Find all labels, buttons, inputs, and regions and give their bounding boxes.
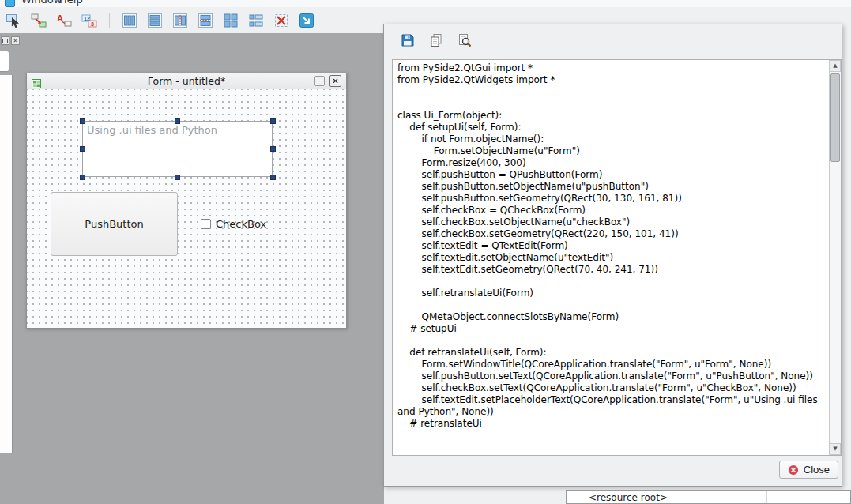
edit-signals-slots-button[interactable]: [28, 10, 49, 31]
selection-handle-bottom-left[interactable]: [80, 175, 85, 180]
form-close-button[interactable]: ✕: [329, 75, 341, 87]
layout-grid-icon: [222, 12, 239, 29]
app-menu-icon[interactable]: [5, 0, 15, 7]
form-window: Form - untitled* - ✕ Using .ui files and…: [26, 73, 347, 329]
close-button[interactable]: Close: [779, 461, 838, 479]
dock-float-button[interactable]: [1, 36, 9, 45]
float-icon: [2, 39, 8, 43]
widgetbox-filter-input[interactable]: [0, 51, 9, 72]
checkbox-label: CheckBox: [216, 218, 266, 230]
edit-widgets-icon: [5, 12, 22, 29]
edit-tab-order-button[interactable]: 123: [79, 10, 100, 31]
layout-splitter-vertical-button[interactable]: [195, 10, 216, 31]
mdi-workspace: ✕ Form - untitled* - ✕ Using .ui files a…: [0, 33, 384, 504]
svg-text:3: 3: [91, 21, 94, 27]
resource-root-item[interactable]: <resource root>: [589, 492, 668, 503]
checkbox-indicator: [201, 219, 211, 229]
layout-horizontal-icon: [121, 12, 138, 29]
edit-buddies-button[interactable]: A: [54, 10, 74, 31]
code-preview-dialog: from PySide2.QtGui import * from PySide2…: [383, 24, 842, 487]
find-button[interactable]: [455, 31, 474, 50]
selection-handle-middle-left[interactable]: [80, 146, 85, 152]
save-button[interactable]: [398, 31, 417, 50]
form-canvas[interactable]: Using .ui files and Python PushButton Ch…: [27, 89, 346, 328]
pushbutton-widget[interactable]: PushButton: [51, 192, 178, 256]
widgetbox-edge: [0, 75, 13, 453]
selection-handle-top-middle[interactable]: [175, 118, 180, 124]
layout-form-button[interactable]: [246, 10, 266, 31]
dock-close-button[interactable]: ✕: [11, 36, 20, 45]
adjust-size-button[interactable]: [296, 10, 317, 31]
selection-handle-middle-right[interactable]: [270, 146, 276, 152]
textedit-placeholder: Using .ui files and Python: [83, 122, 272, 138]
svg-text:12: 12: [84, 16, 90, 21]
find-icon: [457, 32, 473, 48]
qt-designer-screen: Window Help A 123 ✕ Form - untitled* -: [0, 0, 851, 504]
scrollbar-thumb[interactable]: [830, 73, 840, 162]
code-dialog-toolbar: [398, 31, 474, 50]
edit-signals-slots-icon: [30, 12, 47, 29]
layout-horizontal-button[interactable]: [119, 10, 140, 31]
menu-window[interactable]: Window: [21, 0, 62, 6]
layout-grid-button[interactable]: [220, 10, 241, 31]
selection-handle-bottom-right[interactable]: [270, 175, 276, 180]
textedit-widget[interactable]: Using .ui files and Python: [82, 121, 273, 177]
layout-vertical-button[interactable]: [145, 10, 165, 31]
edit-buddies-icon: A: [55, 12, 73, 29]
checkbox-widget[interactable]: CheckBox: [201, 208, 281, 240]
layout-splitter-horizontal-icon: [171, 12, 189, 29]
break-layout-button[interactable]: [271, 10, 292, 31]
edit-widgets-button[interactable]: [3, 10, 24, 31]
close-button-label: Close: [804, 464, 830, 476]
tab-order-icon: 123: [81, 12, 98, 29]
svg-text:A: A: [57, 13, 63, 23]
toolbar-separator: [109, 13, 110, 28]
layout-splitter-horizontal-button[interactable]: [170, 10, 190, 31]
scroll-up-arrow-icon[interactable]: ▲: [830, 60, 841, 72]
break-layout-icon: [273, 12, 290, 29]
form-window-title: Form - untitled*: [27, 75, 346, 87]
copy-button[interactable]: [427, 31, 446, 50]
layout-vertical-icon: [146, 12, 164, 29]
form-minimize-button[interactable]: -: [314, 76, 325, 86]
adjust-size-icon: [298, 12, 315, 29]
layout-splitter-vertical-icon: [197, 12, 214, 29]
selection-handle-top-left[interactable]: [80, 118, 85, 124]
resource-browser-panel: <resource root>: [566, 490, 851, 504]
save-icon: [400, 32, 416, 48]
code-view[interactable]: from PySide2.QtGui import * from PySide2…: [393, 60, 829, 455]
menu-help[interactable]: Help: [59, 0, 83, 6]
code-scrollbar[interactable]: ▲ ▼: [829, 60, 841, 455]
resource-column-divider: [766, 491, 767, 503]
close-icon: [788, 465, 799, 476]
form-window-titlebar[interactable]: Form - untitled* - ✕: [27, 73, 346, 90]
layout-form-icon: [247, 12, 265, 29]
copy-icon: [428, 32, 444, 48]
selection-handle-top-right[interactable]: [270, 118, 276, 124]
scroll-down-arrow-icon[interactable]: ▼: [830, 443, 841, 455]
selection-handle-bottom-middle[interactable]: [175, 175, 180, 180]
code-box: from PySide2.QtGui import * from PySide2…: [392, 59, 842, 456]
